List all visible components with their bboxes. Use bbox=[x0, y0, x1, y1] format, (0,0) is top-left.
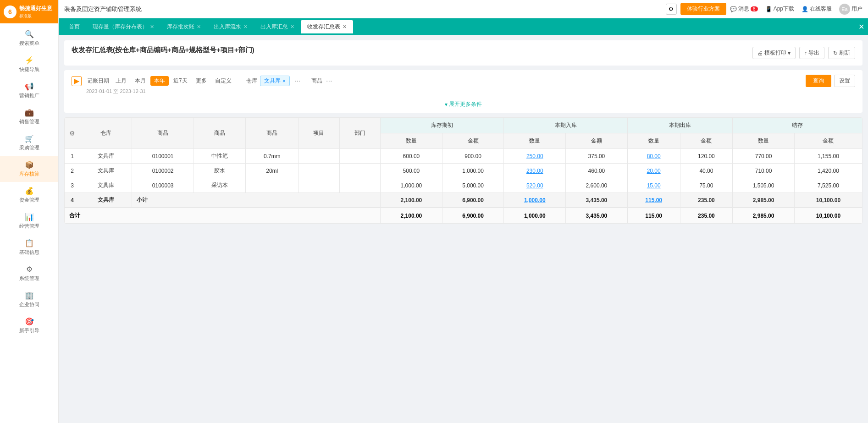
row-name: 胶水 bbox=[194, 164, 246, 178]
sidebar-item-finance[interactable]: 💰资金管理 bbox=[0, 182, 58, 208]
row-out-qty[interactable]: 20.00 bbox=[627, 164, 680, 178]
subtotal-out-qty[interactable]: 115.00 bbox=[627, 193, 680, 208]
date-option-更多[interactable]: 更多 bbox=[192, 76, 210, 86]
query-button[interactable]: 查询 bbox=[806, 75, 831, 87]
date-option-上月[interactable]: 上月 bbox=[112, 76, 130, 86]
row-in-qty[interactable]: 250.00 bbox=[504, 149, 566, 164]
trial-button[interactable]: 体验行业方案 bbox=[680, 3, 726, 15]
data-table: ⚙ 仓库 商品 商品 商品 项目 部门 库存期初 本期入库 本期出库 结存 bbox=[64, 117, 862, 224]
sidebar-item-guide[interactable]: 🎯新手引导 bbox=[0, 313, 58, 339]
date-option-本年[interactable]: 本年 bbox=[150, 76, 169, 86]
logo-text: 畅捷通好生意 标准版 bbox=[19, 5, 52, 19]
logo-icon: 6 bbox=[4, 5, 17, 18]
message-item[interactable]: 💬 消息 6 bbox=[730, 5, 758, 13]
print-button[interactable]: 🖨 模板打印 ▾ bbox=[752, 47, 796, 59]
sidebar-item-inventory[interactable]: 📦库存核算 bbox=[0, 156, 58, 182]
row-out-qty[interactable]: 80.00 bbox=[627, 149, 680, 164]
tab-stock-dist[interactable]: 现存量（库存分布表）✕ bbox=[86, 20, 160, 33]
row-close-amt: 7,525.00 bbox=[794, 178, 862, 193]
tab-batch[interactable]: 库存批次账✕ bbox=[160, 20, 207, 33]
table-row: 1 文具库 0100001 中性笔 0.7mm 600.00 900.00 25… bbox=[65, 149, 862, 164]
total-in-qty: 1,000.00 bbox=[504, 208, 566, 224]
tab-label-receive-summary: 收发存汇总表 bbox=[307, 23, 340, 31]
row-close-qty: 1,505.00 bbox=[733, 178, 795, 193]
goods-more-dots[interactable]: ··· bbox=[326, 77, 332, 85]
settings-button[interactable]: 设置 bbox=[834, 75, 855, 87]
refresh-icon: ↻ bbox=[833, 50, 838, 56]
sidebar-item-marketing[interactable]: 📢营销推广 bbox=[0, 77, 58, 104]
warehouse-tag-remove[interactable]: × bbox=[282, 78, 286, 84]
tabs-bar: 首页现存量（库存分布表）✕库存批次账✕出入库流水✕出入库汇总✕收发存汇总表✕✕ bbox=[59, 18, 868, 35]
tab-inout-summary[interactable]: 出入库汇总✕ bbox=[254, 20, 301, 33]
row-in-amt: 460.00 bbox=[566, 164, 628, 178]
chevron-down-icon: ▾ bbox=[788, 50, 791, 56]
subtotal-close-qty: 2,985.00 bbox=[733, 193, 795, 208]
user-item[interactable]: Ea 用户 bbox=[839, 4, 862, 15]
row-warehouse: 文具库 bbox=[80, 178, 132, 193]
row-warehouse: 文具库 bbox=[80, 149, 132, 164]
sidebar-item-sales[interactable]: 💼销售管理 bbox=[0, 104, 58, 130]
row-num: 3 bbox=[65, 178, 80, 193]
row-out-amt: 40.00 bbox=[680, 164, 733, 178]
total-label: 合计 bbox=[65, 208, 381, 224]
print-icon: 🖨 bbox=[757, 50, 763, 56]
message-icon: 💬 bbox=[730, 6, 737, 12]
tab-receive-summary[interactable]: 收发存汇总表✕ bbox=[301, 20, 353, 33]
row-open-amt: 900.00 bbox=[442, 149, 504, 164]
tabs-close-all[interactable]: ✕ bbox=[858, 22, 864, 31]
date-option-本月[interactable]: 本月 bbox=[131, 76, 149, 86]
date-option-自定义[interactable]: 自定义 bbox=[211, 76, 235, 86]
col-close-qty-header: 数量 bbox=[733, 133, 795, 149]
row-open-qty: 1,000.00 bbox=[381, 178, 442, 193]
row-open-amt: 1,000.00 bbox=[442, 164, 504, 178]
date-option-近7天[interactable]: 近7天 bbox=[170, 76, 191, 86]
tab-close-inout-flow[interactable]: ✕ bbox=[243, 24, 248, 30]
col-code-header: 商品 bbox=[132, 118, 194, 149]
tab-close-stock-dist[interactable]: ✕ bbox=[150, 24, 154, 30]
tab-close-inout-summary[interactable]: ✕ bbox=[290, 24, 294, 30]
col-out-qty-header: 数量 bbox=[627, 133, 680, 149]
filter-expand-arrow[interactable]: ▶ bbox=[72, 76, 82, 86]
tab-close-batch[interactable]: ✕ bbox=[197, 24, 201, 30]
sidebar-item-basic[interactable]: 📋基础信息 bbox=[0, 234, 58, 260]
export-button[interactable]: ↑ 导出 bbox=[799, 47, 824, 59]
warehouse-more-dots[interactable]: ··· bbox=[294, 77, 300, 85]
col-settings-header[interactable]: ⚙ bbox=[65, 118, 80, 149]
row-in-qty[interactable]: 520.00 bbox=[504, 178, 566, 193]
warehouse-filter: 仓库 文具库 × ··· bbox=[246, 76, 300, 86]
search-icon: 🔍 bbox=[25, 30, 34, 38]
col-close-amt-header: 金额 bbox=[794, 133, 862, 149]
row-open-qty: 500.00 bbox=[381, 164, 442, 178]
topbar-settings-icon[interactable]: ⚙ bbox=[666, 4, 677, 15]
content-area: 收发存汇总表(按仓库+商品编码+商品+规格型号+项目+部门) 🖨 模板打印 ▾ … bbox=[59, 35, 868, 423]
total-out-qty: 115.00 bbox=[627, 208, 680, 224]
sidebar-item-enterprise[interactable]: 🏢企业协同 bbox=[0, 286, 58, 313]
sidebar-item-quick-nav[interactable]: ⚡快捷导航 bbox=[0, 51, 58, 77]
tab-close-receive-summary[interactable]: ✕ bbox=[343, 24, 347, 30]
refresh-button[interactable]: ↻ 刷新 bbox=[828, 47, 855, 59]
sidebar-item-system[interactable]: ⚙系统管理 bbox=[0, 260, 58, 286]
row-warehouse: 文具库 bbox=[80, 164, 132, 178]
tab-inout-flow[interactable]: 出入库流水✕ bbox=[207, 20, 254, 33]
system-icon: ⚙ bbox=[26, 265, 33, 274]
sidebar-label-inventory: 库存核算 bbox=[19, 170, 39, 177]
row-dept bbox=[339, 164, 380, 178]
tab-home[interactable]: 首页 bbox=[62, 20, 86, 33]
table-body: 1 文具库 0100001 中性笔 0.7mm 600.00 900.00 25… bbox=[65, 149, 862, 208]
expand-conditions-btn[interactable]: ▾ 展开更多条件 bbox=[445, 100, 482, 108]
sidebar-item-search[interactable]: 🔍搜索菜单 bbox=[0, 25, 58, 51]
row-out-qty[interactable]: 15.00 bbox=[627, 178, 680, 193]
sidebar-item-business[interactable]: 📊经营管理 bbox=[0, 208, 58, 234]
sidebar-item-purchase[interactable]: 🛒采购管理 bbox=[0, 130, 58, 156]
row-in-qty[interactable]: 230.00 bbox=[504, 164, 566, 178]
total-row: 合计 2,100.00 6,900.00 1,000.00 3,435.00 1… bbox=[65, 208, 862, 224]
column-settings-icon[interactable]: ⚙ bbox=[69, 130, 75, 137]
row-dept bbox=[339, 178, 380, 193]
row-project bbox=[299, 164, 339, 178]
subtotal-out-amt: 235.00 bbox=[680, 193, 733, 208]
date-filter-label: 记账日期 bbox=[87, 77, 109, 85]
subtotal-in-qty[interactable]: 1,000.00 bbox=[504, 193, 566, 208]
app-download-item[interactable]: 📱 App下载 bbox=[765, 5, 794, 13]
col-warehouse-header: 仓库 bbox=[80, 118, 132, 149]
online-service-item[interactable]: 👤 在线客服 bbox=[802, 5, 832, 13]
